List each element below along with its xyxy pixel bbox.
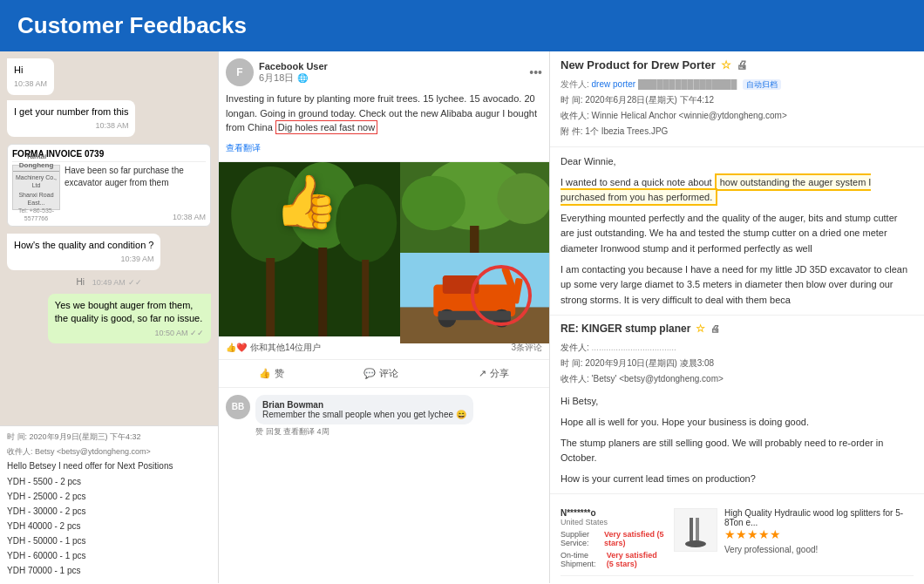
stars-1: ★★★★★ [724, 527, 914, 541]
fb-like-button[interactable]: 👍 赞 [252, 363, 291, 384]
order-list: YDH - 5500 - 2 pcs YDH - 25000 - 2 pcs Y… [7, 474, 211, 578]
email-body-para1: I wanted to send a quick note about how … [561, 175, 914, 206]
fb-comment-button[interactable]: 💬 评论 [357, 363, 405, 384]
fb-highlight-text: Dig holes real fast now [275, 120, 377, 134]
comment-actions: 赞 回复 查看翻译 4周 [255, 426, 473, 438]
chat-time-2: 10:38 AM [14, 120, 128, 132]
left-panel: Hi 10:38 AM I get your number from this … [0, 51, 218, 583]
share-icon: ↗ [479, 368, 486, 379]
order-item-7: YDH 70000 - 1 pcs [7, 563, 211, 578]
fb-poster-name: Facebook User [259, 61, 328, 71]
fb-comment-bubble: Brian Bowman Remember the small people w… [255, 395, 473, 424]
collage-right-bottom [400, 253, 549, 343]
svg-rect-6 [362, 260, 369, 336]
thread-print-icon[interactable]: 🖨 [710, 323, 720, 334]
email-attachment-row: 附 件: 1个 Ibezia Trees.JPG [561, 124, 914, 139]
print-icon[interactable]: 🖨 [737, 58, 748, 71]
thread-greeting: Hi Betsy, [561, 394, 914, 410]
comment-text: Remember the small people when you get l… [262, 410, 466, 419]
red-circle-highlight [471, 265, 532, 326]
order-item-5: YDH - 50000 - 1 pcs [7, 533, 211, 548]
svg-point-9 [402, 175, 465, 230]
review-product-1: High Quality Hydraulic wood log splitter… [674, 508, 914, 568]
email-thread: RE: KINGER stump planer ☆ 🖨 发件人: .......… [550, 316, 924, 494]
page-header: Customer Feedbacks [0, 0, 924, 51]
review-card-1: N*******o United States Supplier Service… [561, 501, 914, 576]
svg-point-24 [685, 540, 706, 547]
thread-body: Hi Betsy, Hope all is well for you. Hope… [561, 394, 914, 486]
svg-rect-23 [696, 518, 699, 544]
fb-action-buttons: 👍 赞 💬 评论 ↗ 分享 [219, 360, 549, 388]
fb-post-date: 6月18日 🌐 [259, 71, 328, 85]
image-collage: 👍 [219, 162, 549, 336]
page-title: Customer Feedbacks [17, 12, 247, 39]
fb-likes-count: 👍❤️ 你和其他14位用户 [226, 342, 321, 354]
shipment-rating-1: Very satisfied (5 stars) [607, 551, 665, 568]
chat-time-3: 10:39 AM [14, 254, 153, 265]
thread-to-row: 收件人: 'Betsy' <betsy@ytdongheng.com> [561, 371, 914, 387]
sender-email-placeholder: ████████████████ [638, 79, 737, 89]
globe-icon: 🌐 [297, 73, 308, 83]
chat-message-3: How's the quality and condition ? 10:39 … [7, 234, 160, 270]
sender-name[interactable]: drew porter [592, 79, 636, 89]
review-service-row-1: Supplier Service: Very satisfied (5 star… [561, 530, 665, 547]
order-item-4: YDH 40000 - 2 pcs [7, 519, 211, 533]
reviewer-name-1: N*******o [561, 508, 665, 518]
order-item-6: YDH - 60000 - 1 pcs [7, 548, 211, 563]
email-body: Dear Winnie, I wanted to send a quick no… [550, 147, 924, 316]
thread-star-icon[interactable]: ☆ [696, 323, 705, 335]
email-meta-section: 发件人: drew porter ████████████████ 自动归档 时… [561, 77, 914, 139]
middle-panel: F Facebook User 6月18日 🌐 ••• Investing in… [218, 51, 549, 583]
email-header: New Product for Drew Porter ☆ 🖨 发件人: dre… [550, 51, 924, 147]
thread-body3: How is your current lead times on produc… [561, 472, 914, 487]
fb-comment-section: BB Brian Bowman Remember the small peopl… [219, 388, 549, 445]
collage-left: 👍 [219, 162, 400, 336]
email-subject: New Product for Drew Porter ☆ 🖨 [561, 58, 914, 71]
fb-share-button[interactable]: ↗ 分享 [472, 363, 516, 384]
thumbs-up-emoji: 👍 [274, 171, 339, 233]
thread-subject: RE: KINGER stump planer ☆ 🖨 [561, 323, 914, 335]
svg-rect-4 [266, 258, 275, 336]
main-content: Hi 10:38 AM I get your number from this … [0, 51, 924, 583]
right-panel: New Product for Drew Porter ☆ 🖨 发件人: dre… [549, 51, 924, 583]
email-body-para2: Everything mounted perfectly and the qua… [561, 211, 914, 257]
hi-label: Hi 10:49 AM ✓✓ [7, 275, 211, 289]
translate-link[interactable]: 查看翻译 [226, 142, 542, 154]
email-meta-to: 收件人: Betsy <betsy@ytdongheng.com> [7, 446, 211, 458]
like-icon: 👍 [259, 368, 271, 379]
thread-date-row: 时 间: 2020年9月10日(星期四) 凌晨3:08 [561, 356, 914, 371]
commenter-avatar: BB [226, 395, 250, 419]
chat-text-3: How's the quality and condition ? [14, 239, 153, 252]
invoice-text: Have been so far purchase the excavator … [65, 165, 206, 189]
collage-right-top [400, 162, 549, 253]
star-icon[interactable]: ☆ [721, 58, 731, 71]
review-comment-1: Very professional, good! [724, 545, 914, 554]
reviews-section: N*******o United States Supplier Service… [550, 494, 924, 583]
email-body-para3: I am contacting you because I have a nee… [561, 262, 914, 309]
chat-time-4: 10:50 AM ✓✓ [55, 328, 204, 339]
email-greeting: Dear Winnie, [561, 154, 914, 170]
comment-icon: 💬 [363, 368, 376, 379]
chat-text-2: I get your number from this [14, 105, 128, 119]
chat-text-1: Hi [14, 64, 47, 77]
fb-post-header-section: F Facebook User 6月18日 🌐 ••• Investing in… [219, 51, 549, 162]
email-to-row: 收件人: Winnie Helical Anchor <winnie@ytdon… [561, 108, 914, 124]
thread-body1: Hope all is well for you. Hope your busi… [561, 415, 914, 431]
svg-rect-11 [470, 226, 479, 253]
chat-text-4: Yes we bought auger from them, the quali… [55, 299, 204, 326]
thread-sender: ................................... [592, 343, 676, 352]
product-detail-1: High Quality Hydraulic wood log splitter… [674, 508, 914, 554]
fb-options-button[interactable]: ••• [529, 65, 542, 79]
review-card-2: m*******w Canada Supplier Service: Very … [561, 576, 914, 583]
email-from-row: 发件人: drew porter ████████████████ 自动归档 [561, 77, 914, 92]
chat-time-1: 10:38 AM [14, 78, 47, 90]
invoice-image: Yantai Dongheng Machinery Co., Ltd Shanx… [12, 165, 60, 210]
fb-avatar: F [226, 58, 254, 86]
email-meta-date: 时 间: 2020年9月9日(星期三) 下午4:32 [7, 431, 211, 443]
commenter-name: Brian Bowman [262, 400, 466, 410]
svg-rect-22 [690, 518, 693, 544]
chat-message-2: I get your number from this 10:38 AM [7, 100, 135, 137]
chat-area: Hi 10:38 AM I get your number from this … [0, 51, 218, 425]
fb-post-text: Investing in future by planting more fru… [226, 92, 542, 135]
thread-meta: 发件人: ...................................… [561, 340, 914, 387]
